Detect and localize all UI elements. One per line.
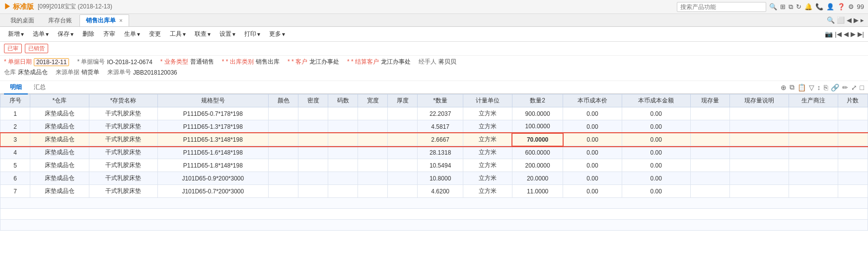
cell-thickness[interactable] — [388, 172, 418, 185]
change-button[interactable]: 变更 — [145, 28, 165, 40]
cell-maker[interactable] — [789, 146, 838, 159]
cell-stock[interactable] — [690, 185, 730, 198]
window-icon[interactable]: ⧉ — [789, 3, 793, 11]
bell-icon[interactable]: 🔔 — [804, 3, 812, 10]
cell-cost-price[interactable]: 0.00 — [563, 159, 622, 172]
cell-width[interactable] — [358, 159, 388, 172]
cell-stock-note[interactable] — [730, 185, 789, 198]
cell-no[interactable]: 4 — [0, 146, 30, 159]
cell-qty[interactable]: 28.1318 — [418, 146, 463, 159]
cell-qty2[interactable]: 600.0000 — [512, 146, 563, 159]
grid-icon[interactable]: ⊞ — [780, 3, 786, 10]
cell-width[interactable] — [358, 185, 388, 198]
cell-qty2[interactable]: 11.0000 — [512, 185, 563, 198]
cell-thickness[interactable] — [388, 107, 418, 120]
tab-menu-icon[interactable]: ▸ — [861, 16, 864, 24]
grid-link-icon[interactable]: 🔗 — [831, 84, 839, 91]
cell-qty[interactable]: 4.5817 — [418, 120, 463, 133]
grid-filter-icon[interactable]: ▽ — [809, 84, 814, 91]
tab-detail[interactable]: 明细 — [4, 81, 28, 94]
table-row[interactable]: 2床垫成品仓干式乳胶床垫P111D65-1.3*178*1984.5817立方米… — [0, 120, 868, 133]
cell-qty2[interactable]: 70.0000 — [512, 133, 563, 146]
table-row[interactable]: 1床垫成品仓干式乳胶床垫P111D65-0.7*178*19822.2037立方… — [0, 107, 868, 120]
help-icon[interactable]: ❓ — [837, 3, 845, 10]
grid-edit-icon[interactable]: ✏ — [842, 84, 848, 91]
cell-width[interactable] — [358, 120, 388, 133]
cell-stock[interactable] — [690, 159, 730, 172]
cell-pieces[interactable] — [838, 146, 868, 159]
grid-copy-icon[interactable]: ⧉ — [790, 83, 795, 91]
cell-warehouse[interactable]: 床垫成品仓 — [30, 120, 89, 133]
cell-stock[interactable] — [690, 146, 730, 159]
grid-sort-icon[interactable]: ↕ — [817, 84, 821, 91]
settings-top-icon[interactable]: ⚙ — [848, 3, 854, 10]
cell-no[interactable]: 5 — [0, 159, 30, 172]
tab-my-desk[interactable]: 我的桌面 — [4, 14, 41, 26]
cell-name[interactable]: 干式乳胶床垫 — [89, 159, 157, 172]
grid-resize-icon[interactable]: ⤢ — [851, 84, 857, 91]
toolbar-last-icon[interactable]: ▶| — [858, 30, 864, 38]
cell-spec[interactable]: P111D65-0.7*178*198 — [157, 107, 269, 120]
cell-cost-amount[interactable]: 0.00 — [622, 172, 690, 185]
cell-unit[interactable]: 立方米 — [463, 120, 512, 133]
cell-warehouse[interactable]: 床垫成品仓 — [30, 133, 89, 146]
toolbar-prev-icon[interactable]: ◀ — [844, 30, 849, 38]
cell-name[interactable]: 干式乳胶床垫 — [89, 120, 157, 133]
cell-pieces[interactable] — [838, 107, 868, 120]
cell-stock-note[interactable] — [730, 133, 789, 146]
cell-name[interactable]: 干式乳胶床垫 — [89, 146, 157, 159]
table-row[interactable]: 5床垫成品仓干式乳胶床垫P111D65-1.8*148*19810.5494立方… — [0, 159, 868, 172]
cell-spec[interactable]: P111D65-1.6*148*198 — [157, 146, 269, 159]
cell-code[interactable] — [328, 133, 358, 146]
cell-no[interactable]: 7 — [0, 185, 30, 198]
cell-cost-price[interactable]: 0.00 — [563, 185, 622, 198]
cell-cost-price[interactable]: 0.00 — [563, 133, 622, 146]
cell-warehouse[interactable]: 床垫成品仓 — [30, 159, 89, 172]
cell-thickness[interactable] — [388, 133, 418, 146]
tab-prev-icon[interactable]: ◀ — [847, 16, 852, 24]
cell-thickness[interactable] — [388, 146, 418, 159]
cell-warehouse[interactable]: 床垫成品仓 — [30, 185, 89, 198]
cell-color[interactable] — [269, 107, 298, 120]
save-button[interactable]: 保存▾ — [54, 28, 77, 40]
cell-thickness[interactable] — [388, 159, 418, 172]
cell-maker[interactable] — [789, 133, 838, 146]
cell-spec[interactable]: J101D65-0.9*200*3000 — [157, 172, 269, 185]
select-button[interactable]: 选单▾ — [29, 28, 53, 40]
cell-qty[interactable]: 2.6667 — [418, 133, 463, 146]
generate-button[interactable]: 生单▾ — [120, 28, 144, 40]
cell-code[interactable] — [328, 120, 358, 133]
close-tab-icon[interactable]: × — [119, 17, 122, 23]
cell-pieces[interactable] — [838, 120, 868, 133]
cell-name[interactable]: 干式乳胶床垫 — [89, 133, 157, 146]
cell-cost-price[interactable]: 0.00 — [563, 120, 622, 133]
cell-density[interactable] — [298, 172, 328, 185]
cell-warehouse[interactable]: 床垫成品仓 — [30, 107, 89, 120]
cell-stock[interactable] — [690, 133, 730, 146]
cell-cost-price[interactable]: 0.00 — [563, 172, 622, 185]
search-input[interactable] — [677, 2, 766, 12]
cell-warehouse[interactable]: 床垫成品仓 — [30, 172, 89, 185]
avatar-icon[interactable]: 👤 — [826, 3, 834, 10]
cell-width[interactable] — [358, 107, 388, 120]
table-row[interactable]: 7床垫成品仓干式乳胶床垫J101D65-0.7*200*30004.6200立方… — [0, 185, 868, 198]
cell-stock-note[interactable] — [730, 120, 789, 133]
cell-unit[interactable]: 立方米 — [463, 185, 512, 198]
toolbar-first-icon[interactable]: |◀ — [835, 30, 841, 38]
tab-sales-outbound[interactable]: 销售出库单 × — [79, 14, 129, 26]
table-row[interactable]: 3床垫成品仓干式乳胶床垫P111D65-1.3*148*1982.6667立方米… — [0, 133, 868, 146]
toolbar-next-icon[interactable]: ▶ — [851, 30, 856, 38]
cell-qty[interactable]: 10.5494 — [418, 159, 463, 172]
cell-no[interactable]: 3 — [0, 133, 30, 146]
cell-unit[interactable]: 立方米 — [463, 172, 512, 185]
value-date[interactable]: 2018-12-11 — [34, 58, 69, 66]
cell-cost-amount[interactable]: 0.00 — [622, 133, 690, 146]
cell-stock-note[interactable] — [730, 159, 789, 172]
search-icon[interactable]: 🔍 — [769, 3, 777, 10]
cell-color[interactable] — [269, 133, 298, 146]
cell-stock-note[interactable] — [730, 146, 789, 159]
cell-spec[interactable]: P111D65-1.3*178*198 — [157, 120, 269, 133]
cell-pieces[interactable] — [838, 159, 868, 172]
cell-color[interactable] — [269, 185, 298, 198]
grid-settings-icon[interactable]: □ — [860, 84, 864, 91]
